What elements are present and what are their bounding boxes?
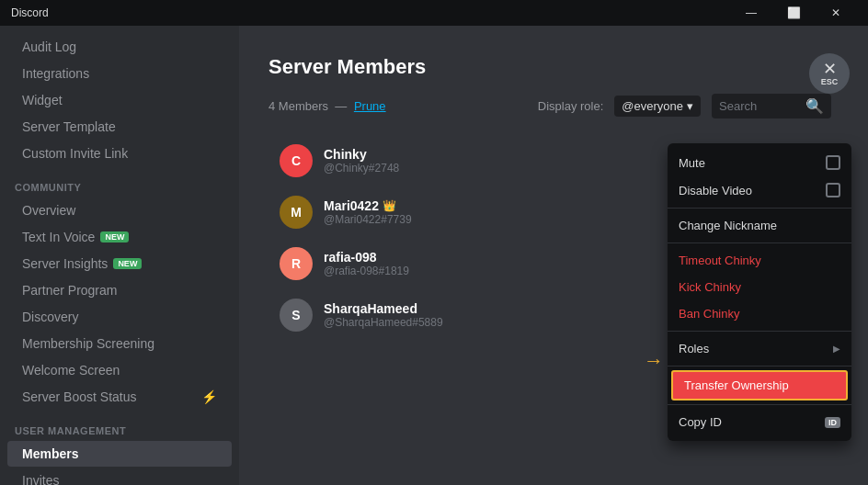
ctx-disable-video[interactable]: Disable Video (668, 176, 851, 204)
sidebar-item-custom-invite[interactable]: Custom Invite Link (7, 141, 232, 166)
sidebar-item-text-in-voice[interactable]: Text In Voice NEW (7, 224, 232, 250)
window-controls: — ⬜ ✕ (730, 0, 857, 26)
id-badge: ID (825, 417, 840, 428)
member-filters: Display role: @everyone ▾ 🔍 (538, 94, 831, 118)
disable-video-checkbox[interactable] (826, 183, 840, 197)
close-button[interactable]: ✕ (815, 0, 857, 26)
ctx-transfer-ownership[interactable]: Transfer Ownership (671, 370, 848, 400)
chevron-right-icon: ▶ (833, 344, 840, 354)
members-header: 4 Members — Prune Display role: @everyon… (268, 94, 831, 118)
ctx-roles[interactable]: Roles ▶ (668, 335, 851, 362)
avatar: R (280, 247, 313, 280)
server-insights-badge: NEW (113, 258, 142, 269)
app-title: Discord (11, 6, 49, 19)
role-dropdown[interactable]: @everyone ▾ (614, 96, 701, 117)
sidebar-item-server-boost[interactable]: Server Boost Status ⚡ (7, 384, 232, 410)
ctx-change-nickname[interactable]: Change Nickname (668, 212, 851, 239)
arrow-indicator: → (644, 349, 664, 373)
avatar: S (280, 299, 313, 332)
boost-icon: ⚡ (201, 389, 217, 404)
close-icon: ✕ (823, 61, 837, 77)
sidebar-item-membership-screening[interactable]: Membership Screening (7, 331, 232, 356)
display-role-label: Display role: (538, 99, 604, 113)
ctx-mute[interactable]: Mute (668, 149, 851, 176)
ctx-separator-2 (668, 242, 851, 243)
ctx-copy-id[interactable]: Copy ID ID (668, 409, 851, 435)
sidebar-item-overview[interactable]: Overview (7, 197, 232, 223)
sidebar-item-integrations[interactable]: Integrations (7, 61, 232, 86)
ctx-ban[interactable]: Ban Chinky (668, 300, 851, 327)
ctx-separator-5 (668, 404, 851, 405)
crown-icon: 👑 (383, 199, 396, 212)
minimize-button[interactable]: — (730, 0, 772, 26)
search-input[interactable] (719, 99, 800, 113)
sidebar-item-discovery[interactable]: Discovery (7, 304, 232, 330)
sidebar-item-server-insights[interactable]: Server Insights NEW (7, 251, 232, 276)
sidebar-item-audit[interactable]: Audit Log (7, 34, 232, 60)
text-in-voice-badge: NEW (100, 231, 129, 242)
sidebar-item-widget[interactable]: Widget (7, 87, 232, 113)
ctx-separator-4 (668, 366, 851, 367)
context-menu: Mute Disable Video Change Nickname Timeo… (668, 143, 851, 441)
search-box: 🔍 (712, 94, 831, 118)
search-icon: 🔍 (805, 97, 824, 115)
title-bar: Discord — ⬜ ✕ (0, 0, 868, 26)
esc-label: ESC (821, 77, 839, 86)
member-count: 4 Members — (268, 99, 350, 113)
main-content: Server Members 4 Members — Prune Display… (239, 26, 868, 485)
mute-checkbox[interactable] (826, 155, 840, 170)
avatar: M (280, 196, 313, 229)
sidebar-item-partner-program[interactable]: Partner Program (7, 277, 232, 303)
esc-button[interactable]: ✕ ESC (809, 53, 850, 94)
prune-link[interactable]: Prune (354, 99, 386, 113)
page-title: Server Members (268, 55, 831, 79)
sidebar-item-welcome-screen[interactable]: Welcome Screen (7, 357, 232, 383)
sidebar-item-members[interactable]: Members (7, 441, 232, 467)
sidebar-item-server-template[interactable]: Server Template (7, 114, 232, 140)
sidebar: Audit Log Integrations Widget Server Tem… (0, 26, 239, 485)
user-mgmt-section-label: USER MANAGEMENT (0, 411, 239, 440)
maximize-button[interactable]: ⬜ (772, 0, 815, 26)
ctx-separator-1 (668, 208, 851, 209)
ctx-separator-3 (668, 331, 851, 332)
chevron-down-icon: ▾ (687, 99, 693, 113)
sidebar-item-invites[interactable]: Invites (7, 468, 232, 485)
ctx-kick[interactable]: Kick Chinky (668, 274, 851, 300)
app-body: Audit Log Integrations Widget Server Tem… (0, 26, 868, 485)
avatar: C (280, 144, 313, 177)
community-section-label: COMMUNITY (0, 167, 239, 197)
ctx-timeout[interactable]: Timeout Chinky (668, 247, 851, 274)
